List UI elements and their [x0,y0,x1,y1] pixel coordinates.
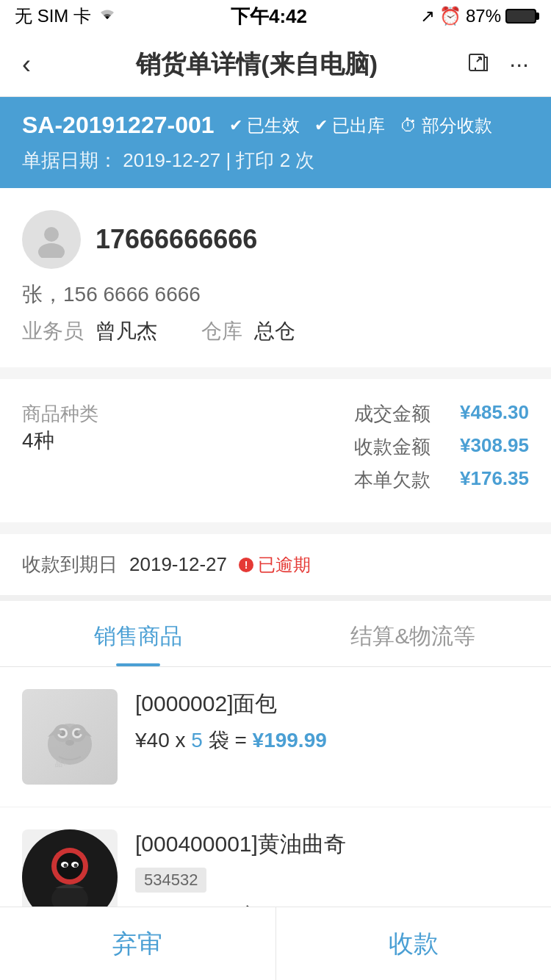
product-badge-2: 534532 [135,868,206,893]
due-date-section: 收款到期日 2019-12-27 ! 已逾期 [0,534,551,601]
check-icon-1: ✔ [229,116,242,135]
type-label: 商品种类 [22,401,98,427]
customer-staff: 业务员 曾凡杰 仓库 总仓 [22,317,529,345]
received-label: 收款金额 [354,434,431,460]
product-total-1: ¥199.99 [253,729,327,752]
product-name-1: [0000002]面包 [135,689,529,719]
warehouse-info: 仓库 总仓 [201,317,295,345]
back-button[interactable]: ‹ [22,49,31,80]
due-date-value: 2019-12-27 [129,553,227,576]
warehouse-label: 仓库 [201,320,242,342]
overdue-badge: ! 已逾期 [239,553,311,577]
location-icon: ↗ [420,6,435,26]
share-button[interactable] [468,50,491,79]
warehouse-name: 总仓 [254,320,295,342]
customer-phone: 17666666666 [96,224,257,255]
owe-value: ¥176.35 [460,467,529,493]
wifi-icon [97,6,118,26]
nav-bar: ‹ 销货单详情(来自电脑) ··· [0,32,551,97]
order-header: SA-20191227-001 ✔ 已生效 ✔ 已出库 ⏱ 部分收款 单据日期：… [0,97,551,188]
received-value: ¥308.95 [460,434,529,460]
page-title: 销货单详情(来自电脑) [46,48,468,82]
svg-rect-0 [469,54,484,71]
type-value: 4种 [22,427,98,455]
svg-point-17 [64,864,68,868]
alarm-icon: ⏰ [439,6,461,26]
deal-amount-row: 成交金额 ¥485.30 [354,401,529,427]
status-time: 下午4:42 [231,4,307,29]
status-shipped: ✔ 已出库 [314,114,385,137]
customer-info: 张，156 6666 6666 [22,281,529,309]
customer-top: 17666666666 [22,210,529,269]
cancel-button[interactable]: 弃审 [0,907,276,980]
status-effective: ✔ 已生效 [229,114,300,137]
summary-left: 商品种类 4种 [22,401,98,455]
svg-point-14 [57,853,83,879]
product-image-placeholder-1: 品+ [22,689,118,785]
svg-point-1 [44,227,59,242]
overdue-text: 已逾期 [258,553,311,577]
order-id: SA-20191227-001 [22,112,215,139]
status-partial: ⏱ 部分收款 [400,114,492,137]
check-icon-2: ✔ [314,116,328,135]
product-image-1: 品+ [22,689,118,785]
deal-value: ¥485.30 [460,401,529,427]
order-header-top: SA-20191227-001 ✔ 已生效 ✔ 已出库 ⏱ 部分收款 [22,112,529,139]
svg-point-2 [38,243,65,258]
nav-actions: ··· [468,50,529,79]
owe-amount-row: 本单欠款 ¥176.35 [354,467,529,493]
received-amount-row: 收款金额 ¥308.95 [354,434,529,460]
summary-section: 商品种类 4种 成交金额 ¥485.30 收款金额 ¥308.95 本单欠款 ¥… [0,379,551,522]
list-item: 品+ [0000002]面包 ¥40 x 5 袋 = ¥199.99 [0,667,551,807]
staff-label: 业务员 [22,320,84,342]
battery-icon [505,9,536,24]
overdue-icon: ! [239,558,253,572]
clock-icon: ⏱ [400,115,417,136]
customer-section: 17666666666 张，156 6666 6666 业务员 曾凡杰 仓库 总… [0,188,551,367]
due-label: 收款到期日 [22,552,118,577]
product-name-2: [000400001]黄油曲奇 [135,829,529,860]
owe-label: 本单欠款 [354,467,431,493]
sim-status: 无 SIM 卡 [15,4,91,28]
svg-point-10 [65,740,74,746]
status-bar: 无 SIM 卡 下午4:42 ↗ ⏰ 87% [0,0,551,32]
tabs-section: 销售商品 结算&物流等 [0,601,551,667]
order-meta: 单据日期： 2019-12-27 | 打印 2 次 [22,148,529,173]
confirm-button[interactable]: 收款 [276,907,552,980]
status-right: ↗ ⏰ 87% [420,6,536,26]
more-button[interactable]: ··· [509,51,529,78]
svg-point-18 [74,864,78,868]
bottom-actions: 弃审 收款 [0,907,551,980]
battery-percent: 87% [466,6,501,26]
tab-settlement[interactable]: 结算&物流等 [276,601,551,666]
deal-label: 成交金额 [354,401,431,427]
status-left: 无 SIM 卡 [15,4,118,28]
avatar [22,210,81,269]
product-qty-1: 5 [191,729,203,752]
staff-info: 业务员 曾凡杰 [22,317,157,345]
summary-right: 成交金额 ¥485.30 收款金额 ¥308.95 本单欠款 ¥176.35 [354,401,529,500]
product-price-1: ¥40 x 5 袋 = ¥199.99 [135,727,529,754]
tab-products[interactable]: 销售商品 [0,601,276,666]
staff-name: 曾凡杰 [96,320,157,342]
product-info-1: [0000002]面包 ¥40 x 5 袋 = ¥199.99 [135,689,529,754]
svg-text:品+: 品+ [55,760,67,768]
